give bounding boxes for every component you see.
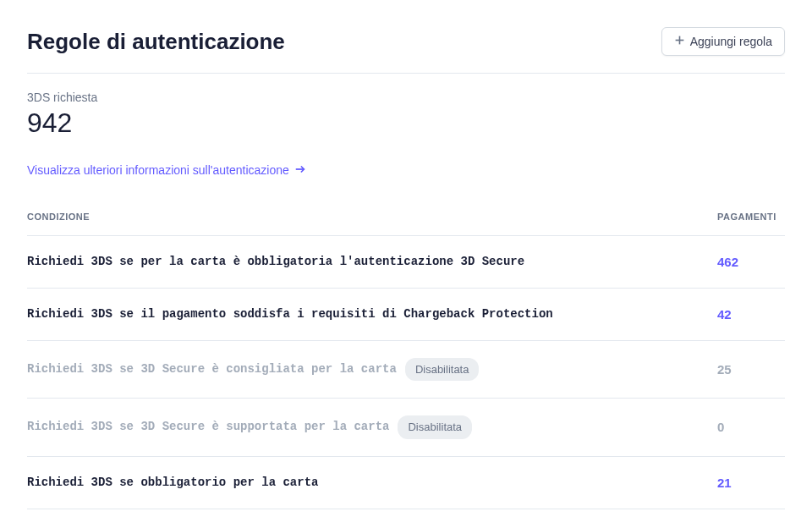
payment-count: 462 <box>717 255 785 269</box>
page-header: Regole di autenticazione Aggiungi regola <box>27 27 785 74</box>
table-row[interactable]: Richiedi 3DS se 3D Secure è consigliata … <box>27 341 785 399</box>
column-header-condition: CONDIZIONE <box>27 212 90 222</box>
stats-label: 3DS richiesta <box>27 91 785 104</box>
table-row[interactable]: Richiedi 3DS se obbligatorio per la cart… <box>27 457 785 509</box>
view-more-link[interactable]: Visualizza ulteriori informazioni sull'a… <box>27 163 306 178</box>
rule-condition: Richiedi 3DS se 3D Secure è supportata p… <box>27 415 717 439</box>
add-rule-label: Aggiungi regola <box>690 35 772 48</box>
rule-condition-text: Richiedi 3DS se obbligatorio per la cart… <box>27 474 318 492</box>
stats-section: 3DS richiesta 942 Visualizza ulteriori i… <box>27 74 785 212</box>
table-header: CONDIZIONE PAGAMENTI <box>27 212 785 236</box>
table-row[interactable]: Richiedi 3DS se il pagamento soddisfa i … <box>27 289 785 341</box>
rule-condition: Richiedi 3DS se obbligatorio per la cart… <box>27 474 717 492</box>
rule-condition-text: Richiedi 3DS se 3D Secure è supportata p… <box>27 418 389 436</box>
status-badge: Disabilitata <box>405 358 480 382</box>
page-title: Regole di autenticazione <box>27 29 285 55</box>
rule-condition-text: Richiedi 3DS se 3D Secure è consigliata … <box>27 360 397 378</box>
rule-condition: Richiedi 3DS se per la carta è obbligato… <box>27 253 717 271</box>
column-header-payments: PAGAMENTI <box>717 212 785 222</box>
status-badge: Disabilitata <box>398 415 472 439</box>
table-row[interactable]: Richiedi 3DS se 3D Secure è supportata p… <box>27 399 785 457</box>
payment-count: 25 <box>717 362 785 377</box>
stats-value: 942 <box>27 107 785 139</box>
payment-count: 0 <box>717 420 785 434</box>
view-more-text: Visualizza ulteriori informazioni sull'a… <box>27 163 289 177</box>
table-body: Richiedi 3DS se per la carta è obbligato… <box>27 236 785 509</box>
payment-count: 42 <box>717 307 785 322</box>
arrow-right-icon <box>294 163 306 178</box>
rule-condition-text: Richiedi 3DS se per la carta è obbligato… <box>27 253 524 271</box>
rule-condition: Richiedi 3DS se il pagamento soddisfa i … <box>27 305 717 323</box>
payment-count: 21 <box>717 476 785 490</box>
rule-condition-text: Richiedi 3DS se il pagamento soddisfa i … <box>27 305 553 323</box>
rule-condition: Richiedi 3DS se 3D Secure è consigliata … <box>27 358 717 382</box>
table-row[interactable]: Richiedi 3DS se per la carta è obbligato… <box>27 236 785 289</box>
add-rule-button[interactable]: Aggiungi regola <box>661 27 785 56</box>
plus-icon <box>674 35 685 48</box>
